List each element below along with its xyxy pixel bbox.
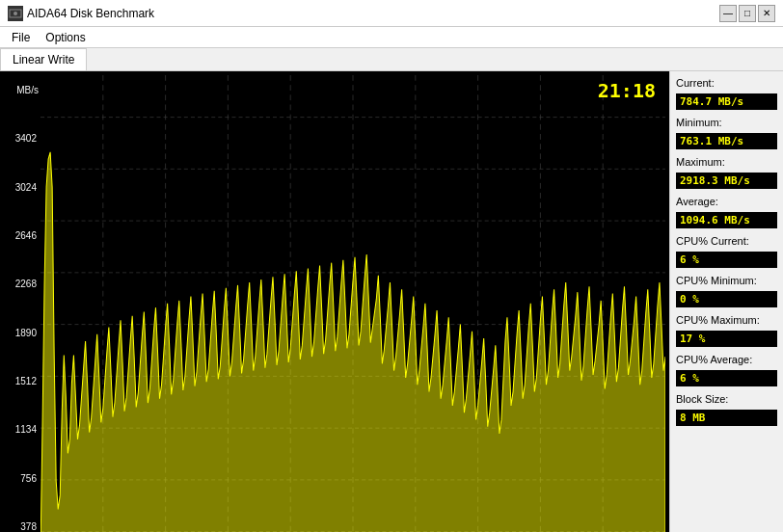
chart-inner: 21:18 bbox=[40, 75, 665, 532]
current-label: Current: bbox=[676, 77, 777, 89]
y-label-1890: 1890 bbox=[6, 328, 39, 338]
cpu-maximum-label: CPU% Maximum: bbox=[676, 314, 777, 326]
app-icon bbox=[8, 6, 23, 21]
minimize-button[interactable]: — bbox=[719, 5, 737, 22]
y-label-3024: 3024 bbox=[6, 182, 39, 193]
cpu-minimum-label: CPU% Minimum: bbox=[676, 275, 777, 286]
time-display: 21:18 bbox=[598, 79, 656, 102]
y-axis: MB/s 3402 3024 2646 2268 1890 1512 1134 … bbox=[4, 75, 40, 532]
average-value: 1094.6 MB/s bbox=[676, 212, 777, 228]
y-label-2646: 2646 bbox=[6, 230, 39, 241]
right-panel: Current: 784.7 MB/s Minimum: 763.1 MB/s … bbox=[669, 71, 783, 532]
maximum-value: 2918.3 MB/s bbox=[676, 173, 777, 189]
current-value: 784.7 MB/s bbox=[676, 93, 777, 110]
window-controls: — □ ✕ bbox=[719, 5, 775, 22]
menu-file[interactable]: File bbox=[4, 29, 38, 46]
window-title: AIDA64 Disk Benchmark bbox=[27, 7, 154, 20]
tab-linear-write[interactable]: Linear Write bbox=[0, 48, 87, 70]
minimum-value: 763.1 MB/s bbox=[676, 133, 777, 149]
close-button[interactable]: ✕ bbox=[758, 5, 775, 22]
block-size-value: 8 MB bbox=[676, 410, 777, 426]
graph-container: MB/s 3402 3024 2646 2268 1890 1512 1134 … bbox=[4, 75, 665, 532]
cpu-current-value: 6 % bbox=[676, 252, 777, 268]
maximum-label: Maximum: bbox=[676, 156, 777, 168]
cpu-maximum-value: 17 % bbox=[676, 331, 777, 347]
y-label-3402: 3402 bbox=[6, 133, 39, 144]
average-label: Average: bbox=[676, 196, 777, 207]
main-content: MB/s 3402 3024 2646 2268 1890 1512 1134 … bbox=[0, 71, 783, 532]
tab-bar: Linear Write bbox=[0, 48, 783, 71]
svg-point-1 bbox=[14, 12, 17, 15]
menu-options[interactable]: Options bbox=[38, 29, 93, 46]
cpu-average-value: 6 % bbox=[676, 370, 777, 386]
chart-svg bbox=[40, 75, 665, 532]
block-size-label: Block Size: bbox=[676, 393, 777, 405]
menu-bar: File Options bbox=[0, 27, 783, 48]
cpu-average-label: CPU% Average: bbox=[676, 354, 777, 365]
y-label-378: 378 bbox=[6, 521, 39, 532]
y-label-1134: 1134 bbox=[6, 424, 39, 435]
title-bar: AIDA64 Disk Benchmark — □ ✕ bbox=[0, 0, 783, 27]
y-label-2268: 2268 bbox=[6, 279, 39, 289]
mb-s-label: MB/s bbox=[6, 85, 39, 95]
cpu-current-label: CPU% Current: bbox=[676, 235, 777, 247]
y-label-1512: 1512 bbox=[6, 376, 39, 386]
maximize-button[interactable]: □ bbox=[739, 5, 756, 22]
cpu-minimum-value: 0 % bbox=[676, 291, 777, 307]
y-label-756: 756 bbox=[6, 473, 39, 484]
minimum-label: Minimum: bbox=[676, 117, 777, 128]
chart-area: MB/s 3402 3024 2646 2268 1890 1512 1134 … bbox=[0, 71, 669, 532]
